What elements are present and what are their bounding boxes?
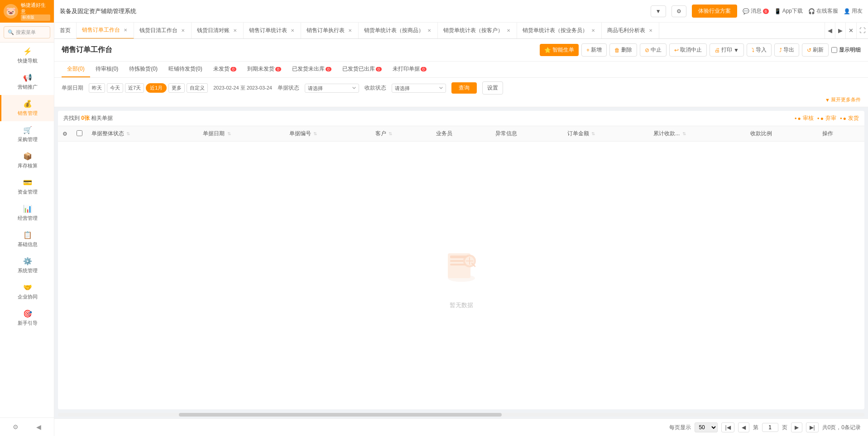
- select-all-checkbox[interactable]: [77, 130, 82, 136]
- stop-button[interactable]: ⊘ 中止: [640, 43, 667, 57]
- search-menu-button[interactable]: 🔍 搜索菜单: [4, 26, 50, 38]
- sub-tab-shipped-out[interactable]: 已发货已出库0: [337, 62, 387, 77]
- print-button[interactable]: 🖨 打印 ▼: [710, 43, 744, 57]
- dropdown-arrow-button[interactable]: ▼: [651, 5, 666, 17]
- main-content: 装备及固定资产辅助管理系统 ▼ ⚙ 体验行业方案 💬 消息 6 📱 App下载 …: [54, 0, 868, 436]
- status-select[interactable]: 请选择: [305, 84, 359, 93]
- th-exception: 异常信息: [491, 126, 563, 142]
- cancel-stop-button[interactable]: ↩ 取消中止: [669, 43, 707, 57]
- tab-close-single-product[interactable]: ✕: [427, 28, 432, 33]
- page-number-input[interactable]: [762, 423, 778, 432]
- app-download-button[interactable]: 📱 App下载: [774, 7, 803, 15]
- tab-close-gross-profit[interactable]: ✕: [648, 28, 653, 33]
- settings-button[interactable]: ⚙: [671, 5, 686, 17]
- date-btn-yesterday[interactable]: 昨天: [89, 83, 105, 93]
- tab-close-single-customer[interactable]: ✕: [506, 28, 511, 33]
- tab-home[interactable]: 首页: [54, 23, 77, 39]
- messages-button[interactable]: 💬 消息 6: [743, 7, 769, 15]
- tab-sales-single-product[interactable]: 销货单统计表（按商品） ✕: [359, 23, 438, 39]
- sidebar-item-system[interactable]: ⚙️ 系统管理: [0, 252, 54, 279]
- sub-tab-all[interactable]: 全部(0): [62, 62, 90, 77]
- sidebar-item-finance[interactable]: 💳 资金管理: [0, 174, 54, 200]
- sort-customer-icon[interactable]: ⇅: [388, 131, 392, 136]
- sidebar-item-marketing[interactable]: 📢 营销推广: [0, 69, 54, 95]
- quick-nav-icon: ⚡: [23, 47, 32, 56]
- filter-expand-button[interactable]: ▼ 展开更多条件: [825, 96, 861, 103]
- th-checkbox[interactable]: [72, 126, 87, 142]
- sort-date-icon[interactable]: ⇅: [227, 131, 231, 136]
- tab-close-single-staff[interactable]: ✕: [590, 28, 596, 33]
- tab-nav-next[interactable]: ▶: [835, 23, 845, 39]
- add-button[interactable]: + 新增: [581, 43, 607, 57]
- sidebar-item-basic[interactable]: 📋 基础信息: [0, 226, 54, 252]
- filter-settings-button[interactable]: 设置: [482, 81, 503, 95]
- sort-received-icon[interactable]: ⇅: [682, 131, 686, 136]
- last-page-button[interactable]: ▶|: [806, 422, 819, 432]
- export-button[interactable]: ⤴ 导出: [774, 43, 799, 57]
- tab-sales-exec[interactable]: 销售订单执行表 ✕: [301, 23, 359, 39]
- sort-status-icon[interactable]: ⇅: [126, 131, 130, 136]
- online-service-button[interactable]: 🎧 在线客服: [808, 7, 838, 15]
- sort-number-icon[interactable]: ⇅: [313, 131, 317, 136]
- date-btn-1month[interactable]: 近1月: [146, 83, 167, 93]
- first-page-button[interactable]: |◀: [721, 422, 734, 432]
- tab-sales-single-staff[interactable]: 销货单统计表（按业务员） ✕: [517, 23, 602, 39]
- next-page-button[interactable]: ▶: [791, 422, 802, 432]
- sidebar-collapse-button[interactable]: ◀: [34, 422, 43, 432]
- sub-tab-not-shipped[interactable]: 未发货0: [208, 62, 242, 77]
- approve-button[interactable]: ● 审核: [795, 114, 814, 122]
- delete-button[interactable]: 🗑 删除: [609, 43, 637, 57]
- tab-close-cash-daily[interactable]: ✕: [180, 28, 186, 33]
- payment-select[interactable]: 请选择: [392, 84, 446, 93]
- tab-cash-reconcile[interactable]: 钱货日清对账 ✕: [192, 23, 244, 39]
- tab-close-cash-reconcile[interactable]: ✕: [232, 28, 238, 33]
- sidebar-item-guide[interactable]: 🎯 新手引导: [0, 305, 54, 331]
- sidebar-settings-button[interactable]: ⚙: [11, 422, 20, 432]
- brief-checkbox[interactable]: [831, 47, 837, 53]
- date-btn-7days[interactable]: 近7天: [125, 83, 144, 93]
- sidebar-item-enterprise[interactable]: 🤝 企业协同: [0, 279, 54, 305]
- tab-close-sales-exec[interactable]: ✕: [347, 28, 353, 33]
- sub-tab-wangpu[interactable]: 旺铺待发货(0): [163, 62, 208, 77]
- tab-close-sales-stats[interactable]: ✕: [290, 28, 295, 33]
- horizontal-scrollbar[interactable]: [58, 413, 864, 417]
- sub-tab-pending-inspect[interactable]: 待拣验货(0): [124, 62, 163, 77]
- tab-close-sales-workbench[interactable]: ✕: [123, 27, 128, 33]
- tab-fullscreen[interactable]: ⛶: [856, 23, 868, 39]
- date-btn-today[interactable]: 今天: [107, 83, 123, 93]
- tab-cash-daily[interactable]: 钱货日清工作台 ✕: [134, 23, 192, 39]
- per-page-select[interactable]: 10 20 50 100: [695, 422, 718, 432]
- sub-tab-not-printed[interactable]: 未打印单据0: [387, 62, 432, 77]
- sidebar-item-operation[interactable]: 📊 经营管理: [0, 200, 54, 226]
- date-btn-more[interactable]: 更多: [168, 83, 185, 93]
- import-button[interactable]: ⤵ 导入: [747, 43, 772, 57]
- tab-sales-single-customer[interactable]: 销货单统计表（按客户） ✕: [438, 23, 517, 39]
- tab-nav-prev[interactable]: ◀: [825, 23, 835, 39]
- date-btn-custom[interactable]: 自定义: [187, 83, 208, 93]
- scrollbar-thumb[interactable]: [179, 413, 501, 417]
- sub-tab-overdue-not-shipped[interactable]: 到期未发货0: [242, 62, 287, 77]
- refresh-button[interactable]: ↺ 刷新: [802, 43, 829, 57]
- smart-order-button[interactable]: ⭐ 智能生单: [540, 44, 579, 56]
- brief-checkbox-label[interactable]: 显示明细: [831, 46, 861, 54]
- table-header: ⚙ 单据整体状态 ⇅ 单据日期 ⇅ 单据编号 ⇅ 客户 ⇅ 业务员 异常信息 订…: [58, 126, 864, 142]
- sidebar-item-purchase[interactable]: 🛒 采购管理: [0, 121, 54, 147]
- search-button[interactable]: 查询: [451, 82, 477, 94]
- prev-page-button[interactable]: ◀: [738, 422, 749, 432]
- sidebar-item-sales[interactable]: 💰 销售管理: [0, 95, 54, 121]
- sidebar-item-inventory[interactable]: 📦 库存核算: [0, 147, 54, 174]
- sidebar-item-quick-nav[interactable]: ⚡ 快捷导航: [0, 43, 54, 69]
- sub-tab-pending-review[interactable]: 待审核(0): [90, 62, 124, 77]
- sub-tab-shipped-not-out[interactable]: 已发货未出库0: [287, 62, 337, 77]
- ship-button[interactable]: ● 发货: [840, 114, 859, 122]
- sort-amount-icon[interactable]: ⇅: [591, 131, 595, 136]
- experience-button[interactable]: 体验行业方案: [692, 5, 737, 18]
- tab-sales-workbench[interactable]: 销售订单工作台 ✕: [77, 23, 134, 39]
- tab-close-all[interactable]: ✕: [845, 23, 856, 39]
- unapprove-button[interactable]: ● 弃审: [817, 114, 836, 122]
- tab-gross-profit[interactable]: 商品毛利分析表 ✕: [602, 23, 659, 39]
- th-gear[interactable]: ⚙: [58, 126, 72, 142]
- user-menu-button[interactable]: 👤 用友: [844, 7, 863, 15]
- tab-sales-stats[interactable]: 销售订单统计表 ✕: [244, 23, 301, 39]
- approve-dot-icon: ●: [798, 115, 801, 122]
